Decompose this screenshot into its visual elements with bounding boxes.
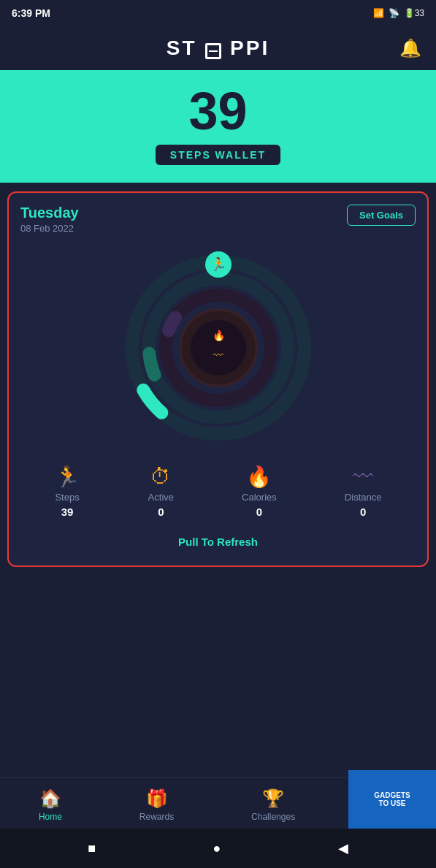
active-label: Active: [148, 492, 174, 503]
rewards-label: Rewards: [139, 812, 174, 822]
app-header: ST PPI 🔔: [0, 26, 436, 70]
card-header: Tuesday 08 Feb 2022 Set Goals: [20, 205, 416, 234]
home-button[interactable]: ●: [213, 841, 221, 856]
steps-value: 39: [61, 506, 74, 518]
app-logo: ST PPI: [167, 37, 269, 60]
steps-label: Steps: [55, 492, 79, 503]
activity-card: Tuesday 08 Feb 2022 Set Goals 🏃 🔥 〰: [7, 191, 429, 567]
nav-home[interactable]: 🏠 Home: [39, 788, 62, 822]
back-button[interactable]: ◀: [338, 840, 348, 856]
active-icon: ⏱: [150, 465, 171, 489]
status-time: 6:39 PM: [12, 7, 50, 19]
recents-button[interactable]: ■: [88, 841, 96, 856]
calories-label: Calories: [242, 492, 277, 503]
android-nav-bar: ■ ● ◀: [0, 829, 436, 868]
wallet-banner: 39 STEPS WALLET: [0, 70, 436, 183]
running-icon: 🏃: [205, 251, 232, 278]
wifi-icon: 📡: [389, 8, 399, 18]
stats-row: 🏃 Steps 39 ⏱ Active 0 🔥 Calories 0 〰 Dis…: [20, 465, 416, 518]
challenges-icon: 🏆: [262, 788, 284, 809]
logo-e-icon: [205, 43, 221, 59]
rings-svg: 🔥 〰: [123, 253, 313, 443]
calories-value: 0: [256, 506, 262, 518]
home-icon: 🏠: [39, 788, 61, 809]
rewards-icon: 🎁: [146, 788, 168, 809]
watermark-text: GADGETSTO USE: [374, 791, 410, 807]
steps-icon: 🏃: [55, 465, 80, 489]
watermark: GADGETSTO USE: [348, 770, 436, 829]
day-title: Tuesday: [20, 205, 79, 221]
status-icons: 📶 📡 🔋33: [373, 8, 424, 18]
svg-text:🔥: 🔥: [212, 330, 225, 342]
challenges-label: Challenges: [251, 812, 295, 822]
set-goals-button[interactable]: Set Goals: [347, 205, 416, 226]
nav-rewards[interactable]: 🎁 Rewards: [139, 788, 174, 822]
activity-rings: 🏃 🔥 〰: [20, 245, 416, 450]
svg-text:〰: 〰: [213, 349, 223, 361]
day-date: 08 Feb 2022: [20, 223, 79, 234]
signal-icon: 📶: [373, 8, 384, 18]
svg-point-7: [191, 320, 246, 376]
home-label: Home: [39, 812, 62, 822]
calories-icon: 🔥: [246, 465, 272, 489]
active-value: 0: [158, 506, 164, 518]
stat-steps: 🏃 Steps 39: [55, 465, 80, 518]
bell-icon[interactable]: 🔔: [399, 38, 421, 58]
distance-icon: 〰: [353, 465, 373, 489]
pull-refresh-text: Pull To Refresh: [20, 530, 416, 554]
distance-value: 0: [360, 506, 366, 518]
distance-label: Distance: [345, 492, 382, 503]
wallet-label: STEPS WALLET: [156, 145, 280, 165]
stat-distance: 〰 Distance 0: [345, 465, 382, 518]
stat-calories: 🔥 Calories 0: [242, 465, 277, 518]
battery-icon: 🔋33: [404, 8, 424, 18]
day-info: Tuesday 08 Feb 2022: [20, 205, 79, 234]
nav-challenges[interactable]: 🏆 Challenges: [251, 788, 295, 822]
stat-active: ⏱ Active 0: [148, 465, 174, 518]
wallet-number: 39: [7, 85, 429, 137]
status-bar: 6:39 PM 📶 📡 🔋33: [0, 0, 436, 26]
